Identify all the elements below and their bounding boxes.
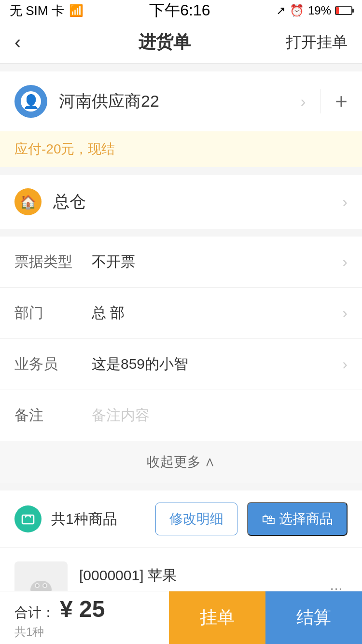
product-name: [0000001] 苹果 xyxy=(79,566,325,586)
edit-detail-button[interactable]: 修改明细 xyxy=(155,503,237,535)
remark-row[interactable]: 备注 备注内容 xyxy=(0,390,362,441)
remark-label: 备注 xyxy=(14,406,82,425)
warehouse-name: 总仓 xyxy=(53,191,342,213)
vertical-divider xyxy=(320,89,320,113)
back-button[interactable]: ‹ xyxy=(14,31,43,53)
page-title: 进货单 xyxy=(139,30,191,54)
salesman-label: 业务员 xyxy=(14,354,82,374)
svg-point-6 xyxy=(36,584,39,587)
department-row[interactable]: 部门 总 部 › xyxy=(0,287,362,338)
battery-icon xyxy=(335,6,352,15)
department-label: 部门 xyxy=(14,303,82,323)
warehouse-icon: 🏠 xyxy=(14,188,42,215)
supplier-chevron: › xyxy=(301,93,306,111)
footer: 合计： ¥ 25 共1种 挂单 结算 xyxy=(0,591,362,644)
avatar-inner: 👤 xyxy=(21,91,41,112)
checkout-button[interactable]: 结算 xyxy=(265,591,362,644)
carrier-text: 无 SIM 卡 xyxy=(10,2,64,19)
total-text: 合计： xyxy=(14,603,55,622)
add-supplier-button[interactable]: + xyxy=(335,89,348,113)
supplier-avatar: 👤 xyxy=(14,85,47,118)
select-product-icon: 🛍 xyxy=(262,511,275,527)
status-indicators: ↗ ⏰ 19% xyxy=(276,4,352,17)
department-chevron: › xyxy=(342,304,348,322)
form-section: 票据类型 不开票 › 部门 总 部 › 业务员 这是859的小智 › 备注 备注… xyxy=(0,237,362,441)
ticket-type-chevron: › xyxy=(342,253,348,271)
salesman-chevron: › xyxy=(342,355,348,373)
total-sub: 共1种 xyxy=(14,624,154,640)
salesman-value: 这是859的小智 xyxy=(82,354,342,374)
section-gap-3 xyxy=(0,229,362,237)
collapse-button[interactable]: 收起更多 ∧ xyxy=(0,441,362,483)
location-icon: ↗ xyxy=(276,4,286,17)
collapse-text: 收起更多 ∧ xyxy=(147,454,216,469)
products-header: 共1种商品 修改明细 🛍 选择商品 xyxy=(0,490,362,547)
supplier-row-right: › + xyxy=(301,89,348,113)
products-count: 共1种商品 xyxy=(51,509,146,529)
status-time: 下午6:16 xyxy=(149,0,210,21)
footer-total: 合计： ¥ 25 共1种 xyxy=(0,596,169,640)
section-gap-1 xyxy=(0,64,362,71)
salesman-row[interactable]: 业务员 这是859的小智 › xyxy=(0,338,362,390)
svg-point-7 xyxy=(43,584,46,587)
total-label: 合计： ¥ 25 xyxy=(14,596,154,622)
nav-bar: ‹ 进货单 打开挂单 xyxy=(0,21,362,64)
department-value: 总 部 xyxy=(82,303,342,323)
person-icon: 👤 xyxy=(23,94,40,110)
products-icon xyxy=(14,505,42,532)
ticket-type-label: 票据类型 xyxy=(14,252,82,272)
select-product-button[interactable]: 🛍 选择商品 xyxy=(247,502,348,536)
open-pending-button[interactable]: 打开挂单 xyxy=(286,32,348,53)
section-gap-2 xyxy=(0,167,362,175)
supplier-section: 👤 河南供应商22 › + 应付-20元，现结 xyxy=(0,71,362,167)
ticket-type-value: 不开票 xyxy=(82,252,342,272)
status-carrier: 无 SIM 卡 📶 xyxy=(10,2,84,19)
alarm-icon: ⏰ xyxy=(290,4,304,17)
supplier-row[interactable]: 👤 河南供应商22 › + xyxy=(0,71,362,131)
battery-percent: 19% xyxy=(308,4,331,17)
wifi-icon: 📶 xyxy=(69,4,84,17)
battery-fill xyxy=(336,7,339,14)
select-product-label: 选择商品 xyxy=(279,510,333,528)
warning-banner: 应付-20元，现结 xyxy=(0,131,362,167)
warehouse-row[interactable]: 🏠 总仓 › xyxy=(0,175,362,229)
ticket-type-row[interactable]: 票据类型 不开票 › xyxy=(0,237,362,287)
remark-input[interactable]: 备注内容 xyxy=(82,406,348,425)
warning-text: 应付-20元，现结 xyxy=(14,141,115,156)
hang-button[interactable]: 挂单 xyxy=(169,591,265,644)
svg-rect-0 xyxy=(22,515,34,524)
warehouse-chevron: › xyxy=(342,193,348,211)
total-amount: ¥ 25 xyxy=(60,596,105,622)
supplier-name: 河南供应商22 xyxy=(59,90,301,112)
status-bar: 无 SIM 卡 📶 下午6:16 ↗ ⏰ 19% xyxy=(0,0,362,21)
warehouse-section: 🏠 总仓 › xyxy=(0,175,362,229)
